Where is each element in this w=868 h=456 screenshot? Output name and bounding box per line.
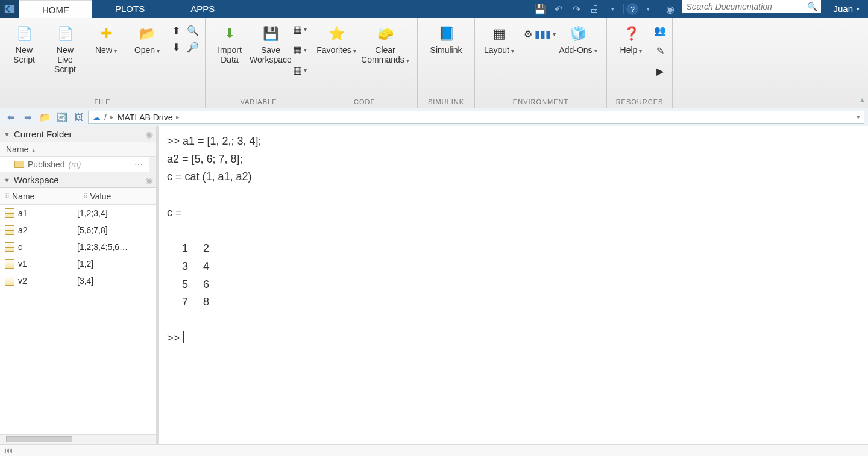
- upload-icon[interactable]: ⬆: [169, 23, 183, 37]
- breadcrumb[interactable]: MATLAB Drive: [118, 113, 173, 122]
- folder-row[interactable]: Published (m) ⋯: [0, 157, 149, 172]
- workspace-row[interactable]: a2[5,6;7,8]: [0, 222, 156, 239]
- group-variable-label: VARIABLE: [206, 98, 312, 108]
- toolstrip: 📄NewScript 📄NewLive Script ✚New 📂Open ⬆ …: [0, 18, 868, 108]
- tab-plots[interactable]: PLOTS: [92, 0, 168, 18]
- help-icon[interactable]: ?: [626, 3, 638, 15]
- search-icon[interactable]: 🔍: [807, 2, 817, 11]
- command-window[interactable]: >> a1 = [1, 2,; 3, 4]; a2 = [5, 6; 7, 8]…: [159, 126, 868, 444]
- find-files-icon[interactable]: 🔍: [186, 23, 200, 37]
- redo-icon[interactable]: ↷: [568, 2, 585, 16]
- group-resources-label: RESOURCES: [607, 98, 672, 108]
- path-dropdown-icon[interactable]: ▾: [857, 113, 860, 121]
- undo-icon[interactable]: ↶: [550, 2, 567, 16]
- up-folder-icon[interactable]: 📁: [37, 111, 52, 124]
- workspace-columns[interactable]: ⠿Name ⠿Value: [0, 188, 156, 205]
- collapse-toolstrip-icon[interactable]: ▴: [856, 18, 868, 108]
- go-to-start-icon[interactable]: ⏮: [5, 446, 13, 455]
- layout-button[interactable]: ▦Layout: [480, 22, 518, 57]
- cf-column-header[interactable]: Name: [0, 142, 156, 157]
- menubar: HOME PLOTS APPS 💾 ↶ ↷ 🖨 ▾ ? ▾ ◉ 🔍 Juan▾: [0, 0, 868, 18]
- variable-icon: [5, 208, 14, 218]
- group-code: ⭐Favorites 🧽ClearCommands CODE: [312, 18, 418, 108]
- cf-scrollbar[interactable]: [149, 157, 156, 172]
- group-file-label: FILE: [0, 98, 205, 108]
- community-icon[interactable]: 👥: [653, 23, 667, 37]
- search-documentation[interactable]: 🔍: [682, 0, 821, 13]
- help-more-icon[interactable]: ▾: [640, 2, 656, 16]
- group-resources: ❓Help 👥 ✎ ▶ RESOURCES: [607, 18, 673, 108]
- variable-icon: [5, 242, 14, 252]
- workspace-row[interactable]: v2[3,4]: [0, 272, 156, 289]
- user-menu[interactable]: Juan▾: [825, 0, 868, 18]
- cloud-icon: ☁: [92, 113, 101, 122]
- status-bar: ⏮: [0, 444, 868, 456]
- save-workspace-button[interactable]: 💾SaveWorkspace: [251, 22, 290, 67]
- app-icon[interactable]: [0, 0, 19, 18]
- new-variable-icon[interactable]: ▦: [292, 22, 307, 36]
- qat-more-icon[interactable]: ▾: [604, 2, 621, 16]
- help-button[interactable]: ❓Help: [612, 22, 650, 57]
- workspace-rows: a1[1,2;3,4]a2[5,6;7,8]c[1,2;3,4;5,6…v1[1…: [0, 205, 156, 434]
- clear-workspace-icon[interactable]: ▦: [292, 63, 307, 77]
- refresh-icon[interactable]: 🔄: [54, 111, 69, 124]
- new-script-button[interactable]: 📄NewScript: [5, 22, 43, 67]
- tab-home[interactable]: HOME: [19, 0, 92, 18]
- horizontal-scrollbar[interactable]: [0, 434, 156, 444]
- collapse-icon[interactable]: ▼: [4, 176, 10, 184]
- path-field[interactable]: ☁ /▸ MATLAB Drive ▸ ▾: [88, 111, 864, 124]
- variable-icon: [5, 276, 14, 286]
- group-simulink: 📘Simulink SIMULINK: [418, 18, 475, 108]
- forward-icon[interactable]: ➡: [20, 111, 35, 124]
- workspace-header[interactable]: ▼ Workspace ◉: [0, 172, 156, 188]
- cursor: [183, 331, 184, 343]
- workspace-row[interactable]: v1[1,2]: [0, 255, 156, 272]
- save-icon[interactable]: 💾: [532, 2, 549, 16]
- main-area: ▼ Current Folder ◉ Name Published (m) ⋯ …: [0, 126, 868, 444]
- panel-menu-icon[interactable]: ◉: [145, 130, 153, 139]
- address-bar: ⬅ ➡ 📁 🔄 🖼 ☁ /▸ MATLAB Drive ▸ ▾: [0, 108, 868, 126]
- new-live-script-button[interactable]: 📄NewLive Script: [46, 22, 84, 77]
- group-variable: ⬇ImportData 💾SaveWorkspace ▦ ▦ ▦ VARIABL…: [206, 18, 312, 108]
- parallel-icon[interactable]: ▮▮▮: [538, 27, 552, 41]
- open-variable-icon[interactable]: ▦: [292, 42, 307, 57]
- workspace-row[interactable]: c[1,2;3,4;5,6…: [0, 239, 156, 255]
- preferences-icon[interactable]: ⚙: [521, 27, 535, 41]
- row-actions-icon[interactable]: ⋯: [134, 160, 144, 169]
- variable-icon: [5, 225, 14, 235]
- clear-commands-button[interactable]: 🧽ClearCommands: [358, 22, 412, 67]
- compare-icon[interactable]: 🔎: [186, 40, 200, 54]
- globe-icon[interactable]: ◉: [662, 2, 679, 16]
- open-button[interactable]: 📂Open: [128, 22, 166, 57]
- simulink-button[interactable]: 📘Simulink: [423, 22, 470, 57]
- quick-access-toolbar: 💾 ↶ ↷ 🖨 ▾ ? ▾ ◉: [532, 0, 679, 18]
- workspace-row[interactable]: a1[1,2;3,4]: [0, 205, 156, 222]
- download-icon[interactable]: ⬇: [169, 40, 183, 54]
- group-environment: ▦Layout ⚙ ▮▮▮ 🧊Add-Ons ENVIRONMENT: [475, 18, 607, 108]
- favorites-button[interactable]: ⭐Favorites: [317, 22, 356, 57]
- back-icon[interactable]: ⬅: [4, 111, 18, 124]
- collapse-icon[interactable]: ▼: [4, 131, 10, 138]
- group-simulink-label: SIMULINK: [418, 98, 474, 108]
- group-file: 📄NewScript 📄NewLive Script ✚New 📂Open ⬆ …: [0, 18, 206, 108]
- panel-menu-icon[interactable]: ◉: [145, 175, 153, 185]
- current-folder-header[interactable]: ▼ Current Folder ◉: [0, 126, 156, 142]
- variable-icon: [5, 259, 14, 269]
- group-code-label: CODE: [312, 98, 417, 108]
- print-icon[interactable]: 🖨: [586, 2, 603, 16]
- new-button[interactable]: ✚New: [87, 22, 125, 57]
- browse-icon[interactable]: 🖼: [71, 111, 86, 124]
- learn-icon[interactable]: ▶: [653, 64, 667, 78]
- request-support-icon[interactable]: ✎: [653, 43, 667, 58]
- search-input[interactable]: [686, 2, 807, 11]
- group-env-label: ENVIRONMENT: [475, 98, 606, 108]
- import-data-button[interactable]: ⬇ImportData: [210, 22, 249, 67]
- tab-apps[interactable]: APPS: [168, 0, 237, 18]
- addons-button[interactable]: 🧊Add-Ons: [555, 22, 602, 57]
- left-docked-panels: ▼ Current Folder ◉ Name Published (m) ⋯ …: [0, 126, 159, 444]
- folder-icon: [14, 161, 24, 168]
